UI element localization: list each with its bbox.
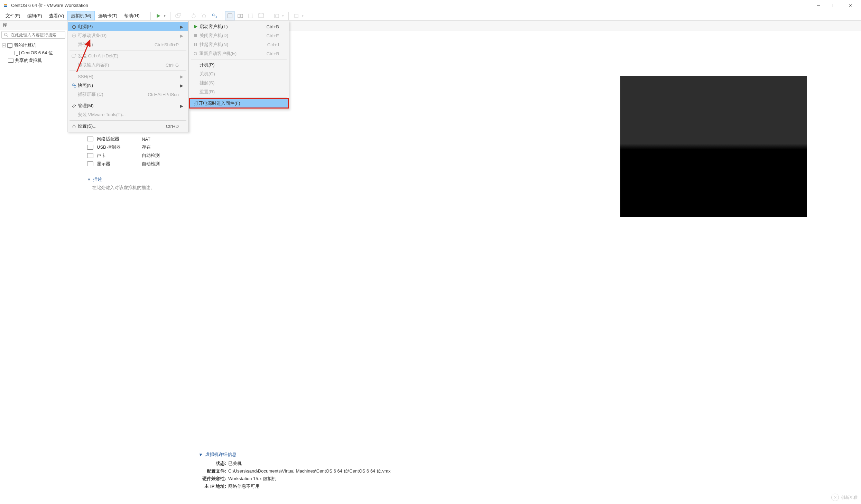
svg-rect-17 xyxy=(275,14,279,18)
menu-item[interactable]: 选项卡(T) xyxy=(95,11,121,20)
menu-item[interactable]: 查看(V) xyxy=(46,11,67,20)
library-search-input[interactable] xyxy=(11,32,63,37)
device-name: USB 控制器 xyxy=(97,144,138,150)
svg-line-11 xyxy=(214,16,215,16)
menu-item: SSH(H)▶ xyxy=(68,72,188,81)
stretch-dropdown[interactable]: ▾ xyxy=(302,14,305,18)
device-icon xyxy=(87,137,93,141)
menu-item[interactable]: 开机(P) xyxy=(190,60,288,69)
vm-detail-row: 配置文件:C:\Users\sand\Documents\Virtual Mac… xyxy=(198,467,447,475)
maximize-button[interactable] xyxy=(826,0,842,11)
menu-item-label: 捕获屏幕 (C) xyxy=(78,91,144,97)
device-value: 自动检测 xyxy=(142,152,160,159)
menu-item[interactable]: 帮助(H) xyxy=(121,11,143,20)
device-row[interactable]: 声卡自动检测 xyxy=(87,151,191,160)
device-name: 网络适配器 xyxy=(97,136,138,142)
menu-item-label: 启动客户机(T) xyxy=(200,24,244,30)
svg-point-7 xyxy=(192,15,195,18)
send-icon xyxy=(70,54,78,58)
watermark: ✕ 创新互联 xyxy=(831,494,858,501)
disclosure-icon[interactable]: ▼ xyxy=(198,452,203,457)
menu-item-label: 重新启动客户机(E) xyxy=(199,50,245,57)
device-row[interactable]: 网络适配器NAT xyxy=(87,135,191,143)
svg-rect-25 xyxy=(72,55,75,57)
snapshot-button[interactable] xyxy=(189,11,198,20)
view-multi-button[interactable] xyxy=(235,11,245,20)
tree-node-vm[interactable]: CentOS 6 64 位 xyxy=(1,49,66,57)
collapse-icon[interactable]: - xyxy=(2,44,6,47)
vm-detail-key: 状态: xyxy=(198,460,228,467)
svg-point-24 xyxy=(74,35,75,36)
svg-point-27 xyxy=(74,85,76,87)
menu-item[interactable]: 电源(P)▶ xyxy=(68,22,188,31)
menu-item-label: 可移动设备(D) xyxy=(78,32,144,39)
gear-icon xyxy=(70,124,78,129)
submenu-arrow-icon: ▶ xyxy=(179,74,184,79)
device-value: NAT xyxy=(142,137,150,142)
menu-item: 捕获屏幕 (C)Ctrl+Alt+PrtScn xyxy=(68,90,188,99)
device-row[interactable]: USB 控制器存在 xyxy=(87,143,191,151)
unity-button[interactable] xyxy=(246,11,256,20)
minimize-button[interactable] xyxy=(811,0,826,11)
play-button[interactable] xyxy=(154,11,163,20)
device-value: 存在 xyxy=(142,144,151,150)
close-button[interactable] xyxy=(842,0,858,11)
snapshot-revert-button[interactable] xyxy=(199,11,209,20)
stretch-button[interactable] xyxy=(291,11,301,20)
menu-item-label: 挂起(S) xyxy=(200,80,244,86)
menu-item[interactable]: 打开电源时进入固件(F) xyxy=(190,99,288,108)
shared-icon xyxy=(8,58,13,63)
menu-item-label: 发送 Ctrl+Alt+Del(E) xyxy=(78,53,144,59)
view-single-button[interactable] xyxy=(225,11,235,20)
menu-item-label: 抓取输入内容(I) xyxy=(78,62,144,68)
console-button[interactable] xyxy=(272,11,281,20)
tree-node-shared[interactable]: 共享的虚拟机 xyxy=(1,57,66,64)
svg-rect-15 xyxy=(249,14,253,18)
menu-item: 安装 VMware Tools(T)... xyxy=(68,110,188,119)
computer-icon xyxy=(7,43,12,48)
vm-detail-row: 主 IP 地址:网络信息不可用 xyxy=(198,483,447,490)
restart-icon xyxy=(192,51,199,56)
menu-item-label: 管理(M) xyxy=(78,103,144,109)
menu-item: 关机(O) xyxy=(190,69,288,78)
device-icon xyxy=(70,33,78,38)
fullscreen-button[interactable] xyxy=(256,11,266,20)
wrench-icon xyxy=(70,103,78,108)
search-icon xyxy=(4,32,9,37)
menu-item[interactable]: 虚拟机(M) xyxy=(67,11,95,20)
send-cad-button[interactable] xyxy=(173,11,183,20)
svg-rect-32 xyxy=(196,43,197,46)
menu-item[interactable]: 设置(S)...Ctrl+D xyxy=(68,122,188,131)
menu-item-shortcut: Ctrl+Alt+PrtScn xyxy=(144,92,179,97)
device-name: 声卡 xyxy=(97,152,138,159)
toolbar: ▾ ▾ ▾ xyxy=(145,11,305,20)
menu-item[interactable]: 管理(M)▶ xyxy=(68,101,188,110)
vm-preview xyxy=(620,76,807,217)
play-dropdown[interactable]: ▾ xyxy=(164,14,167,18)
description-placeholder[interactable]: 在此处键入对该虚拟机的描述。 xyxy=(87,183,191,191)
menu-item: 抓取输入内容(I)Ctrl+G xyxy=(68,60,188,69)
library-search[interactable] xyxy=(1,31,65,39)
snapshot-icon xyxy=(70,83,78,88)
menu-item[interactable]: 启动客户机(T)Ctrl+B xyxy=(190,22,288,31)
menu-item: 挂起客户机(N)Ctrl+J xyxy=(190,40,288,49)
svg-rect-6 xyxy=(177,13,181,16)
menu-item[interactable]: 编辑(E) xyxy=(24,11,46,20)
vm-detail-value: 已关机 xyxy=(228,460,242,467)
menu-item-label: 安装 VMware Tools(T)... xyxy=(78,112,144,118)
device-row[interactable]: 显示器自动检测 xyxy=(87,160,191,168)
menu-item-label: 开机(P) xyxy=(200,62,244,68)
library-header: 库 xyxy=(0,21,67,30)
menu-item[interactable]: 快照(N)▶ xyxy=(68,81,188,90)
menu-item: 发送 Ctrl+Alt+Del(E) xyxy=(68,52,188,60)
menu-item[interactable]: 文件(F) xyxy=(2,11,24,20)
menu-item-shortcut: Ctrl+J xyxy=(244,42,279,47)
snapshot-manager-button[interactable] xyxy=(210,11,219,20)
menu-item: 暂停(U)Ctrl+Shift+P xyxy=(68,40,188,49)
tree-node-my-computer[interactable]: - 我的计算机 xyxy=(1,41,66,49)
menu-item-label: 关机(O) xyxy=(200,71,244,77)
disclosure-icon[interactable]: ▼ xyxy=(87,177,91,181)
submenu-arrow-icon: ▶ xyxy=(179,33,184,38)
console-dropdown[interactable]: ▾ xyxy=(282,14,286,18)
tree-label: 共享的虚拟机 xyxy=(15,57,42,64)
